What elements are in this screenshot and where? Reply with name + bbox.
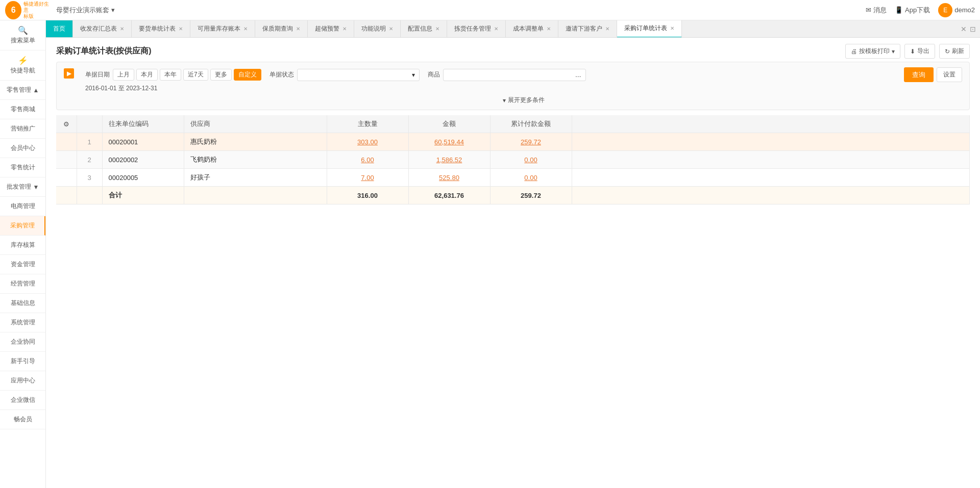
goods-select[interactable]: …	[443, 69, 586, 81]
row-qty[interactable]: 303.00	[327, 133, 408, 151]
sidebar-item-corp-wechat[interactable]: 企业微信	[0, 391, 45, 410]
sidebar-item-basic-info[interactable]: 基础信息	[0, 294, 45, 313]
sidebar-item-finance[interactable]: 资金管理	[0, 255, 45, 274]
date-7days-btn[interactable]: 近7天	[183, 69, 208, 81]
tab-home[interactable]: 首页	[46, 20, 73, 38]
sidebar-item-search[interactable]: 🔍 搜索菜单	[0, 20, 45, 50]
tab-pick-task[interactable]: 拣货任务管理 ✕	[447, 20, 506, 38]
status-filter-group: 单据状态 ▾	[270, 69, 420, 81]
filter-toggle[interactable]: ▶	[64, 68, 74, 79]
tab-available-inv[interactable]: 可用量库存账本 ✕	[190, 20, 255, 38]
expand-chevron-icon: ▾	[503, 97, 506, 104]
tab-close-invite-down[interactable]: ✕	[605, 26, 609, 32]
expand-more-btn[interactable]: ▾ 展开更多条件	[85, 96, 962, 105]
tab-close-pick-task[interactable]: ✕	[494, 26, 498, 32]
tab-goods-stat[interactable]: 要货单统计表 ✕	[132, 20, 190, 38]
download-icon: 📱	[895, 6, 903, 14]
tab-shelf-life[interactable]: 保质期查询 ✕	[255, 20, 308, 38]
row-amount[interactable]: 60,519.44	[408, 133, 490, 151]
print-button[interactable]: 🖨 按模板打印 ▾	[845, 44, 900, 59]
settings-gear-icon[interactable]: ⚙	[63, 120, 69, 128]
refresh-icon: ↻	[945, 48, 950, 55]
tab-close-available-inv[interactable]: ✕	[243, 26, 248, 32]
settings-button[interactable]: 设置	[937, 67, 962, 82]
content-area: 采购订单统计表(按供应商) 🖨 按模板打印 ▾ ⬇ 导出 ↻ 刷新	[46, 38, 980, 488]
sidebar-item-new-guide[interactable]: 新手引导	[0, 352, 45, 371]
sidebar-item-member[interactable]: 会员中心	[0, 139, 45, 158]
export-button[interactable]: ⬇ 导出	[904, 44, 935, 59]
date-more-btn[interactable]: 更多	[210, 69, 232, 81]
sidebar-item-retail-store[interactable]: 零售商城	[0, 100, 45, 119]
page-title: 采购订单统计表(按供应商)	[56, 46, 152, 57]
tab-close-goods-stat[interactable]: ✕	[179, 26, 183, 32]
table-header-row: ⚙ 往来单位编码 供应商 主数量 金额 累计付款金额	[56, 115, 970, 133]
page-header: 采购订单统计表(按供应商) 🖨 按模板打印 ▾ ⬇ 导出 ↻ 刷新	[46, 38, 980, 62]
date-custom-btn[interactable]: 自定义	[234, 69, 261, 81]
footer-label: 合计	[102, 187, 184, 204]
chevron-up-icon: ▲	[33, 87, 39, 94]
sidebar-item-member2[interactable]: 畅会员	[0, 410, 45, 429]
tab-config-info[interactable]: 配置信息 ✕	[401, 20, 447, 38]
tab-close-config-info[interactable]: ✕	[435, 26, 439, 32]
row-amount[interactable]: 1,586.52	[408, 151, 490, 169]
tab-purchase-stat[interactable]: 采购订单统计表 ✕	[617, 20, 682, 38]
row-paid[interactable]: 259.72	[490, 133, 572, 151]
tab-close-purchase-stat[interactable]: ✕	[670, 25, 674, 31]
tab-invite-down[interactable]: 邀请下游客户 ✕	[558, 20, 617, 38]
date-this-month-btn[interactable]: 本月	[136, 69, 158, 81]
row-supplier: 好孩子	[184, 169, 327, 187]
tab-func-desc[interactable]: 功能说明 ✕	[354, 20, 401, 38]
sidebar-item-ecom-mgmt[interactable]: 电商管理	[0, 197, 45, 216]
th-extra	[572, 115, 970, 133]
tab-cost-adjust[interactable]: 成本调整单 ✕	[506, 20, 558, 38]
sidebar-item-sys-mgmt[interactable]: 系统管理	[0, 313, 45, 332]
main-area: 首页 收发存汇总表 ✕ 要货单统计表 ✕ 可用量库存账本 ✕ 保质期查询 ✕ 超…	[46, 20, 980, 488]
workspace-selector[interactable]: 母婴行业演示账套 ▾	[51, 6, 866, 15]
filter-row-1: 单据日期 上月 本月 本年 近7天 更多 自定义	[85, 67, 962, 82]
app-download-action[interactable]: 📱 App下载	[895, 6, 930, 15]
row-paid[interactable]: 0.00	[490, 151, 572, 169]
tab-overstock[interactable]: 超储预警 ✕	[308, 20, 354, 38]
row-code: 00020002	[102, 151, 184, 169]
tab-close-shelf-life[interactable]: ✕	[296, 26, 300, 32]
tab-close-func-desc[interactable]: ✕	[389, 26, 393, 32]
sidebar-item-retail-stat[interactable]: 零售统计	[0, 158, 45, 177]
sidebar-item-inventory[interactable]: 库存核算	[0, 236, 45, 255]
table-row: 1 00020001 惠氏奶粉 303.00 60,519.44 259.72	[56, 133, 970, 151]
row-extra	[572, 169, 970, 187]
sidebar-item-purchase-mgmt[interactable]: 采购管理	[0, 216, 45, 236]
tab-close-collect-pay[interactable]: ✕	[120, 26, 124, 32]
tab-collect-pay[interactable]: 收发存汇总表 ✕	[73, 20, 132, 38]
print-chevron-icon: ▾	[892, 48, 895, 55]
tab-close-cost-adjust[interactable]: ✕	[547, 26, 551, 32]
row-qty[interactable]: 7.00	[327, 169, 408, 187]
chevron-down-icon: ▾	[111, 6, 115, 14]
row-num: 2	[77, 151, 102, 169]
status-select[interactable]: ▾	[297, 69, 420, 81]
user-profile[interactable]: E demo2	[938, 3, 975, 17]
row-amount[interactable]: 525.80	[408, 169, 490, 187]
tab-close-overstock[interactable]: ✕	[342, 26, 347, 32]
th-check: ⚙	[56, 115, 77, 133]
close-all-tabs-icon[interactable]: ✕	[961, 25, 967, 33]
sidebar-item-app-center[interactable]: 应用中心	[0, 371, 45, 391]
row-qty[interactable]: 6.00	[327, 151, 408, 169]
refresh-button[interactable]: ↻ 刷新	[939, 44, 970, 59]
sidebar-item-quick-nav[interactable]: ⚡ 快捷导航	[0, 50, 45, 81]
sidebar-item-batch-mgmt[interactable]: 批发管理 ▼	[0, 177, 45, 197]
tab-bar: 首页 收发存汇总表 ✕ 要货单统计表 ✕ 可用量库存账本 ✕ 保质期查询 ✕ 超…	[46, 20, 980, 38]
query-button[interactable]: 查询	[904, 67, 934, 82]
search-icon: 🔍	[2, 25, 43, 35]
sidebar-item-ops-mgmt[interactable]: 经营管理	[0, 274, 45, 294]
chevron-down-icon: ▼	[33, 184, 39, 191]
table-row: 2 00020002 飞鹤奶粉 6.00 1,586.52 0.00	[56, 151, 970, 169]
data-table: ⚙ 往来单位编码 供应商 主数量 金额 累计付款金额 1	[56, 115, 970, 204]
maximize-icon[interactable]: ⊡	[970, 25, 976, 33]
sidebar-item-marketing[interactable]: 营销推广	[0, 119, 45, 139]
message-action[interactable]: ✉ 消息	[866, 6, 887, 15]
sidebar-item-retail-mgmt[interactable]: 零售管理 ▲	[0, 81, 45, 100]
date-last-month-btn[interactable]: 上月	[113, 69, 134, 81]
date-this-year-btn[interactable]: 本年	[160, 69, 181, 81]
row-paid[interactable]: 0.00	[490, 169, 572, 187]
sidebar-item-corp-collab[interactable]: 企业协同	[0, 332, 45, 352]
